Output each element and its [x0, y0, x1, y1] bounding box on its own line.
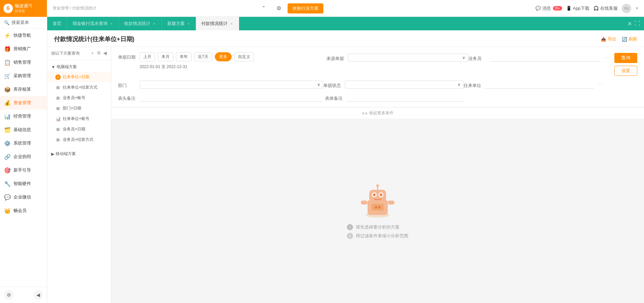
partner-input[interactable]: [485, 81, 594, 89]
sidebar-item-basic[interactable]: 🗂️ 基础信息: [0, 123, 47, 137]
maximize-btn[interactable]: ⛶: [635, 21, 640, 27]
svg-point-8: [376, 184, 379, 187]
sidebar-nav: ⚡ 快捷导航 🎁 营销推广 📋 销售管理 🛒 采购管理 📦 库存核算 💰 资金管…: [0, 29, 47, 286]
scheme-item-partner-settle[interactable]: ⊞ 往来单位+结算方式: [47, 82, 111, 93]
tab-bank-label: 现金银行流水查询: [72, 21, 108, 27]
mobile-group-header[interactable]: ▶ 移动端方案: [47, 149, 111, 159]
tab-new-scheme[interactable]: 新建方案 ×: [162, 17, 196, 30]
empty-tip-2: 2 用过滤条件来缩小分析范围: [347, 233, 408, 239]
marketing-icon: 🎁: [4, 46, 11, 52]
salesperson-input[interactable]: [490, 54, 601, 62]
empty-tips: 1 请先选择要分析的方案 2 用过滤条件来缩小分析范围: [347, 224, 408, 239]
tab-bank[interactable]: 现金银行流水查询 ×: [67, 17, 119, 30]
topbar-dropdown[interactable]: [261, 4, 270, 13]
sidebar-item-sales[interactable]: 📋 销售管理: [0, 56, 47, 69]
sidebar-item-member[interactable]: 👑 畅会员: [0, 204, 47, 217]
filter-area: 单据日期 上月 本月 本年 近7天 更多 自定义 2022-01-01 至 20…: [111, 47, 644, 107]
tab-payment-close[interactable]: ×: [230, 21, 233, 26]
app-download-btn[interactable]: 📱 App下载: [566, 5, 589, 11]
sidebar-item-hardware[interactable]: 🔧 智能硬件: [0, 177, 47, 190]
search-label: 搜索菜单: [11, 20, 29, 26]
sidebar-collapse-btn[interactable]: ◀: [33, 290, 43, 300]
sidebar-item-operation[interactable]: 📊 经营管理: [0, 110, 47, 123]
inventory-icon: 📦: [4, 86, 11, 93]
salesperson-more-icon[interactable]: ···: [603, 55, 610, 61]
sidebar-item-label: 快捷导航: [13, 32, 31, 38]
date-last-month-btn[interactable]: 上月: [140, 52, 155, 61]
dept-select[interactable]: ∨: [140, 81, 323, 89]
sidebar-item-system[interactable]: ⚙️ 系统管理: [0, 137, 47, 150]
collapse-label: 收起更多条件: [369, 110, 393, 116]
header-note-input[interactable]: [140, 94, 322, 101]
date-last-7-btn[interactable]: 近7天: [194, 52, 212, 61]
scheme-collapse-icon[interactable]: ◀: [103, 50, 107, 56]
settings-btn[interactable]: 设置: [614, 66, 637, 76]
system-icon: ⚙️: [4, 140, 11, 147]
sidebar-settings-btn[interactable]: ⚙: [4, 290, 13, 300]
partner-more-icon[interactable]: ···: [596, 82, 604, 88]
search-menu[interactable]: 🔍 搜索菜单: [0, 17, 47, 29]
scheme-item-salesperson-settle[interactable]: ⊞ 业务员+结算方式: [47, 134, 111, 145]
svg-rect-2: [369, 190, 386, 202]
tab-new-scheme-close[interactable]: ×: [187, 21, 190, 26]
svg-point-12: [375, 206, 377, 209]
sidebar-item-guide[interactable]: 🎯 新手引导: [0, 163, 47, 177]
scheme-grid-icon: ⊞: [55, 137, 61, 143]
status-label: 单据状态: [323, 81, 342, 89]
scheme-item-dept-date[interactable]: ⊞ 部门+日期: [47, 103, 111, 114]
page-header-actions: 📤 导出 🔄 刷新: [601, 36, 637, 42]
collapse-bar[interactable]: ∧∧ 收起更多条件: [111, 107, 644, 119]
date-more-btn[interactable]: 更多: [215, 52, 232, 61]
purchase-icon: 🛒: [4, 72, 11, 79]
sidebar-item-quick-nav[interactable]: ⚡ 快捷导航: [0, 29, 47, 42]
refresh-btn[interactable]: 🔄 刷新: [622, 36, 637, 42]
scheme-settings-icon[interactable]: ⚙: [97, 50, 101, 56]
tab-receivable-close[interactable]: ×: [152, 21, 156, 26]
empty-illustration: [357, 183, 398, 220]
date-custom-btn[interactable]: 自定义: [234, 52, 254, 61]
sidebar-item-label: 资金管理: [13, 100, 31, 106]
sidebar-item-marketing[interactable]: 🎁 营销推广: [0, 42, 47, 56]
service-icon: 🎧: [593, 6, 599, 11]
date-this-year-btn[interactable]: 本年: [176, 52, 192, 61]
sidebar-item-wechat[interactable]: 💬 企业微信: [0, 190, 47, 204]
online-service-btn[interactable]: 🎧 在线客服: [593, 5, 618, 11]
scheme-item-partner-date[interactable]: ● 往来单位+日期: [47, 72, 111, 82]
dept-dropdown-icon: ∨: [317, 82, 320, 87]
scheme-item-salesperson-account[interactable]: ⊞ 业务员+账号: [47, 93, 111, 103]
date-filter-controls: 上月 本月 本年 近7天 更多 自定义 2022-01-01 至 2022-12…: [140, 52, 326, 70]
sidebar-item-finance[interactable]: 💰 资金管理: [0, 96, 47, 110]
tab-receivable[interactable]: 收款情况统计 ×: [119, 17, 162, 30]
sidebar-item-inventory[interactable]: 📦 库存核算: [0, 83, 47, 96]
body-note-input[interactable]: [347, 94, 464, 101]
status-select[interactable]: ∨: [345, 81, 463, 89]
sidebar-item-purchase[interactable]: 🛒 采购管理: [0, 69, 47, 83]
source-select[interactable]: ∨: [348, 54, 468, 62]
partner-label: 往来单位: [464, 81, 482, 89]
scheme-panel: 按以下方案查询 ＋ ⚙ ◀ ▼ 电脑端方案 ● 往来单位+日期: [47, 47, 111, 303]
sidebar-item-cooperation[interactable]: 🔗 企业协同: [0, 150, 47, 163]
window-controls: ✕ ⛶: [623, 17, 644, 30]
topbar-settings-icon[interactable]: ⚙: [274, 4, 284, 13]
close-window-btn[interactable]: ✕: [627, 21, 632, 27]
hardware-icon: 🔧: [4, 180, 11, 187]
query-btn[interactable]: 查询: [614, 53, 637, 63]
right-panel: 单据日期 上月 本月 本年 近7天 更多 自定义 2022-01-01 至 20…: [111, 47, 644, 303]
tab-home[interactable]: 首页: [47, 17, 67, 30]
tab-payment[interactable]: 付款情况统计 ×: [196, 17, 239, 30]
desktop-group-header[interactable]: ▼ 电脑端方案: [47, 62, 111, 72]
user-dropdown-arrow[interactable]: ▼: [635, 6, 639, 10]
scheme-item-partner-account[interactable]: 📊 往来单位+账号: [47, 114, 111, 124]
export-btn[interactable]: 📤 导出: [601, 36, 616, 42]
app-logo: 6 畅捷通巧 标准版: [0, 0, 47, 17]
sidebar-item-label: 基础信息: [13, 127, 31, 133]
tab-bank-close[interactable]: ×: [110, 21, 113, 26]
user-avatar[interactable]: Rit: [622, 4, 631, 13]
trial-btn[interactable]: 体验行业方案: [288, 3, 323, 13]
scheme-add-icon[interactable]: ＋: [90, 50, 95, 56]
notification-btn[interactable]: 💬 消息 99+: [535, 5, 562, 11]
scheme-item-salesperson-date[interactable]: ⊞ 业务员+日期: [47, 124, 111, 134]
date-this-month-btn[interactable]: 本月: [158, 52, 173, 61]
scheme-active-icon: ●: [55, 74, 61, 80]
svg-rect-11: [372, 204, 384, 211]
